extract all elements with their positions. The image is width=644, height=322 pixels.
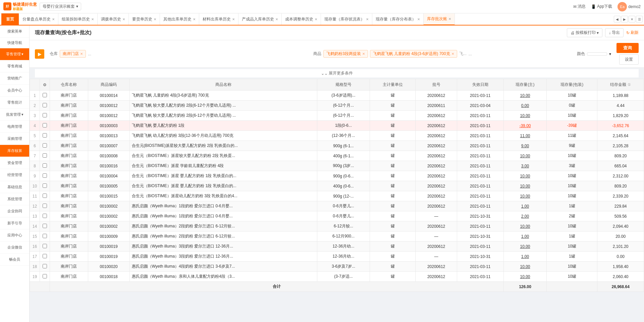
balance-info-icon[interactable]: ① xyxy=(628,83,631,87)
row-checkbox[interactable] xyxy=(43,113,47,117)
cell-checkbox[interactable] xyxy=(40,252,50,262)
tab-home[interactable]: 首页 xyxy=(1,13,19,25)
sidebar-item-guide[interactable]: 新手引导 xyxy=(0,217,29,229)
sidebar-item-retail[interactable]: 零售管理 ▾ xyxy=(0,48,29,60)
cell-stock-main[interactable]: 10.00 xyxy=(503,221,547,231)
goods-extra[interactable]: ... xyxy=(469,52,472,56)
sidebar-item-retail-stats[interactable]: 零售统计 xyxy=(0,97,29,109)
goods-more[interactable]: 飞... xyxy=(459,51,467,57)
tab-2[interactable]: 组装拆卸单历史 ✕ xyxy=(58,13,98,25)
row-checkbox[interactable] xyxy=(43,264,47,268)
cell-stock-main[interactable]: 3.00 xyxy=(503,161,547,171)
tab-close-all-btn[interactable]: ✕ xyxy=(629,16,635,22)
tab-3[interactable]: 调拨单历史 ✕ xyxy=(98,13,129,25)
cell-checkbox[interactable] xyxy=(40,241,50,252)
cell-stock-main[interactable]: 10.00 xyxy=(503,272,547,282)
cell-stock-main[interactable]: 10.00 xyxy=(503,111,547,121)
tab-close-6[interactable]: ✕ xyxy=(232,17,235,21)
cell-checkbox[interactable] xyxy=(40,131,50,141)
cell-stock-main[interactable]: 2.00 xyxy=(503,211,547,221)
settings-button[interactable]: 设置 xyxy=(619,54,639,65)
tab-close-11[interactable]: ✕ xyxy=(448,17,451,21)
tab-1[interactable]: 分量盘点单历史 ✕ xyxy=(19,13,58,25)
cell-checkbox[interactable] xyxy=(40,91,50,101)
tab-close-2[interactable]: ✕ xyxy=(91,17,94,21)
cell-checkbox[interactable] xyxy=(40,161,50,171)
sidebar-item-wechat[interactable]: 企业微信 xyxy=(0,241,29,254)
warehouse-more[interactable]: ... xyxy=(88,52,91,56)
row-checkbox[interactable] xyxy=(43,224,47,228)
row-checkbox[interactable] xyxy=(43,143,47,148)
tab-5[interactable]: 其他出库单历史 ✕ xyxy=(160,13,199,25)
cell-checkbox[interactable] xyxy=(40,121,50,131)
sidebar-item-system[interactable]: 系统管理 xyxy=(0,193,29,205)
cell-stock-main[interactable]: 0.00 xyxy=(503,101,547,111)
sidebar-item-wholesale[interactable]: 批发管理 ▾ xyxy=(0,109,29,121)
cell-checkbox[interactable] xyxy=(40,272,50,282)
cell-checkbox[interactable] xyxy=(40,221,50,231)
cell-stock-main[interactable]: 1.00 xyxy=(503,201,547,211)
expand-filter-btn[interactable]: ▶ xyxy=(35,49,44,59)
row-checkbox[interactable] xyxy=(43,133,47,138)
row-checkbox[interactable] xyxy=(43,244,47,248)
export-button[interactable]: ↓ 导出 xyxy=(605,28,624,37)
tab-close-1[interactable]: ✕ xyxy=(52,17,55,21)
warehouse-tag-close[interactable]: ✕ xyxy=(80,52,83,56)
cell-checkbox[interactable] xyxy=(40,151,50,161)
tab-close-9[interactable]: ✕ xyxy=(366,17,369,21)
row-checkbox[interactable] xyxy=(43,183,47,188)
sidebar-item-basics[interactable]: 基础信息 xyxy=(0,181,29,193)
row-checkbox[interactable] xyxy=(43,123,47,127)
cell-stock-main[interactable]: 10.00 xyxy=(503,262,547,272)
query-button[interactable]: 查询 xyxy=(616,43,639,53)
cell-stock-main[interactable]: 10.00 xyxy=(503,241,547,252)
tab-4[interactable]: 要货单历史 ✕ xyxy=(129,13,160,25)
sidebar-item-enterprise[interactable]: 企业协同 xyxy=(0,205,29,217)
row-checkbox[interactable] xyxy=(43,204,47,208)
tab-close-5[interactable]: ✕ xyxy=(193,17,196,21)
tab-close-3[interactable]: ✕ xyxy=(122,17,125,21)
sidebar-item-inventory[interactable]: 库存核算 xyxy=(0,145,29,157)
row-checkbox[interactable] xyxy=(43,194,47,198)
warehouse-tag[interactable]: 南岸门店 ✕ xyxy=(60,50,86,58)
tab-11[interactable]: 库存批次账 ✕ xyxy=(424,13,455,25)
sidebar-item-finance[interactable]: 资金管理 xyxy=(0,157,29,169)
sidebar-item-purchase[interactable]: 采购管理 xyxy=(0,133,29,145)
refresh-button[interactable]: ↻ 刷新 xyxy=(626,30,639,36)
row-checkbox[interactable] xyxy=(43,254,47,258)
expand-conditions-btn[interactable]: ⌄⌄ 展开更多条件 xyxy=(321,70,353,76)
tab-8[interactable]: 成本调整单历史 ✕ xyxy=(282,13,321,25)
tab-prev-btn[interactable]: ◀ xyxy=(614,16,621,22)
cell-stock-main[interactable]: 10.00 xyxy=(503,171,547,181)
tab-close-10[interactable]: ✕ xyxy=(417,17,420,21)
cell-checkbox[interactable] xyxy=(40,201,50,211)
cell-stock-main[interactable]: 9.00 xyxy=(503,141,547,151)
sidebar-item-mall[interactable]: 零售商城 xyxy=(0,60,29,72)
row-checkbox[interactable] xyxy=(43,214,47,218)
cell-checkbox[interactable] xyxy=(40,101,50,111)
sidebar-item-member2[interactable]: 畅会员 xyxy=(0,254,29,266)
row-checkbox[interactable] xyxy=(43,103,47,107)
row-checkbox[interactable] xyxy=(43,153,47,158)
cell-stock-main[interactable]: 10.00 xyxy=(503,91,547,101)
sidebar-item-marketing[interactable]: 营销推广 xyxy=(0,72,29,85)
row-checkbox[interactable] xyxy=(43,274,47,278)
sidebar-item-apps[interactable]: 应用中心 xyxy=(0,229,29,241)
print-button[interactable]: 🖨 按模板打印 ▾ xyxy=(567,28,602,37)
user-profile[interactable]: Ea demo2 xyxy=(618,2,641,11)
cell-checkbox[interactable] xyxy=(40,111,50,121)
tab-close-8[interactable]: ✕ xyxy=(315,17,317,21)
tab-next-btn[interactable]: ▶ xyxy=(621,16,628,22)
cell-stock-main[interactable]: 11.00 xyxy=(503,131,547,141)
cell-stock-main[interactable]: 10.00 xyxy=(503,181,547,191)
app-download-btn[interactable]: 📱 App下载 xyxy=(591,4,612,9)
cell-stock-main[interactable]: 10.00 xyxy=(503,151,547,161)
sidebar-item-member[interactable]: 会员中心 xyxy=(0,85,29,97)
cell-stock-main[interactable]: 1.00 xyxy=(503,252,547,262)
row-checkbox[interactable] xyxy=(43,173,47,178)
goods-tag-1-close[interactable]: ✕ xyxy=(362,52,365,56)
tab-close-7[interactable]: ✕ xyxy=(275,17,278,21)
row-checkbox[interactable] xyxy=(43,234,47,238)
cell-checkbox[interactable] xyxy=(40,181,50,191)
cell-checkbox[interactable] xyxy=(40,171,50,181)
